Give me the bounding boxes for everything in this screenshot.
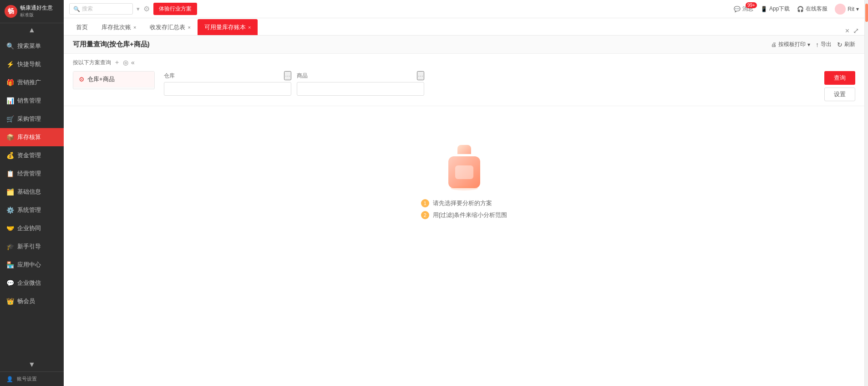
scrollbar-thumb[interactable]: [865, 4, 868, 22]
filter-scheme-panel: ⚙ 仓库+商品: [73, 71, 155, 89]
user-icon: 👤: [6, 376, 13, 382]
sidebar-item-label: 企业协同: [17, 224, 41, 232]
sidebar-item-label: 企业微信: [17, 279, 41, 287]
header-gear-icon[interactable]: ⚙: [143, 5, 150, 13]
sidebar-item-marketing[interactable]: 🎁 营销推广: [0, 73, 64, 92]
empty-tip-2: 2 用[过滤]条件来缩小分析范围: [421, 211, 507, 219]
avatar: [835, 4, 846, 15]
sidebar-item-label: 销售管理: [17, 97, 41, 105]
header-actions: 💬 消息 99+ 📱 App下载 🎧 在线客服 Rit ▾: [734, 4, 859, 15]
robot-top: [457, 145, 471, 154]
sidebar-item-basic[interactable]: 🗂️ 基础信息: [0, 183, 64, 201]
brand-header: 畅 畅康通好生意 标准版: [0, 0, 64, 23]
sidebar-item-label: 营销推广: [17, 78, 41, 87]
print-btn[interactable]: 🖨 按模板打印 ▾: [771, 41, 810, 48]
scheme-label: 仓库+商品: [87, 75, 115, 83]
warehouse-more-btn[interactable]: ···: [284, 71, 291, 80]
refresh-btn[interactable]: ↻ 刷新: [837, 41, 855, 48]
sidebar-item-shortcut[interactable]: ⚡ 快捷导航: [0, 55, 64, 73]
message-btn[interactable]: 💬 消息 99+: [734, 5, 753, 13]
filter-field-header: 商品 ···: [297, 71, 424, 80]
brand-icon: 畅: [5, 5, 17, 18]
filter-settings-btn[interactable]: ◎: [123, 59, 128, 66]
filter-fields-area: 仓库 ··· 商品 ···: [155, 71, 815, 96]
print-chevron-icon: ▾: [807, 41, 810, 48]
sidebar-user-bottom[interactable]: 👤 账号设置: [0, 371, 64, 386]
sidebar-item-appstore[interactable]: 🏪 应用中心: [0, 256, 64, 274]
goods-input[interactable]: [297, 82, 424, 96]
filter-add-btn[interactable]: ＋: [114, 58, 120, 67]
user-menu-btn[interactable]: Rit ▾: [835, 4, 859, 15]
message-badge: 99+: [746, 2, 757, 8]
tab-batch[interactable]: 库存批次账 ×: [95, 19, 143, 35]
store-icon: 🏪: [6, 261, 14, 268]
sidebar-item-label: 系统管理: [17, 206, 41, 214]
empty-tip-1: 1 请先选择要分析的方案: [421, 199, 507, 207]
phone-icon: 📱: [761, 6, 767, 12]
tab-close-icon[interactable]: ×: [133, 25, 136, 30]
robot-body: [448, 156, 480, 188]
brand-badge: 标准版: [20, 12, 53, 18]
sidebar-item-wechat[interactable]: 💬 企业微信: [0, 274, 64, 292]
filter-collapse-btn[interactable]: «: [131, 59, 135, 66]
tab-expand-btn[interactable]: ⤢: [853, 26, 859, 35]
tip-text-1: 请先选择要分析的方案: [433, 199, 492, 207]
goods-label: 商品: [297, 72, 308, 80]
refresh-icon: ↻: [837, 41, 843, 48]
refresh-label: 刷新: [844, 41, 855, 48]
header-chevron-icon[interactable]: ▾: [137, 5, 140, 12]
tab-summary[interactable]: 收发存汇总表 ×: [143, 19, 197, 35]
app-label: App下载: [769, 5, 790, 13]
sidebar-item-search[interactable]: 🔍 搜索菜单: [0, 37, 64, 55]
sidebar-item-newbie[interactable]: 🎓 新手引导: [0, 237, 64, 256]
sidebar-item-label: 基础信息: [17, 188, 41, 196]
setting-btn[interactable]: 设置: [824, 87, 855, 101]
sidebar-item-finance[interactable]: 💰 资金管理: [0, 146, 64, 165]
export-btn[interactable]: ↑ 导出: [816, 41, 832, 48]
filter-header-label: 按以下方案查询: [73, 59, 111, 67]
export-label: 导出: [821, 41, 832, 48]
empty-state: 1 请先选择要分析的方案 2 用[过滤]条件来缩小分析范围: [64, 106, 864, 256]
query-btn[interactable]: 查询: [824, 71, 855, 85]
sidebar-item-inventory[interactable]: 📦 库存核算: [0, 128, 64, 146]
search-icon: 🔍: [6, 42, 14, 50]
header-search-box[interactable]: 🔍 搜索: [69, 3, 133, 15]
sidebar-scroll-down[interactable]: ▼: [0, 358, 64, 371]
sidebar-item-label: 资金管理: [17, 151, 41, 160]
sidebar-item-sales[interactable]: 📊 销售管理: [0, 92, 64, 110]
filter-body: ⚙ 仓库+商品 仓库 ··· 商品: [73, 71, 855, 101]
industry-btn[interactable]: 体验行业方案: [153, 3, 197, 15]
sidebar-item-vip[interactable]: 👑 畅会员: [0, 292, 64, 310]
warehouse-input[interactable]: [164, 82, 291, 96]
message-icon: 💬: [734, 6, 741, 12]
sidebar-item-label: 应用中心: [17, 261, 41, 269]
main-area: 🔍 搜索 ▾ ⚙ 体验行业方案 💬 消息 99+ 📱 App下载 🎧 在线客服: [64, 0, 864, 386]
tab-window-btns: × ⤢: [845, 26, 859, 35]
filter-field-goods: 商品 ···: [297, 71, 424, 96]
tab-available[interactable]: 可用量库存账本 ×: [198, 19, 258, 35]
export-icon: ↑: [816, 41, 819, 48]
right-scrollbar[interactable]: [864, 0, 868, 386]
filter-header: 按以下方案查询 ＋ ◎ «: [73, 58, 855, 67]
gear-icon: ⚙️: [6, 206, 14, 214]
sidebar-item-label: 快捷导航: [17, 60, 41, 68]
tab-home[interactable]: 首页: [69, 19, 95, 35]
sidebar-item-system[interactable]: ⚙️ 系统管理: [0, 201, 64, 219]
sidebar-item-operations[interactable]: 📋 经营管理: [0, 165, 64, 183]
warehouse-label: 仓库: [164, 72, 175, 80]
sidebar-scroll-up[interactable]: ▲: [0, 23, 64, 37]
filter-scheme-item[interactable]: ⚙ 仓库+商品: [73, 72, 154, 87]
sidebar-item-purchase[interactable]: 🛒 采购管理: [0, 110, 64, 128]
sidebar-item-label: 新手引导: [17, 242, 41, 251]
goods-more-btn[interactable]: ···: [417, 71, 424, 80]
tip-text-2: 用[过滤]条件来缩小分析范围: [433, 211, 507, 219]
app-download-btn[interactable]: 📱 App下载: [761, 5, 790, 13]
print-icon: 🖨: [771, 41, 777, 48]
tip-num-2: 2: [421, 211, 429, 219]
sidebar-item-enterprise[interactable]: 🤝 企业协同: [0, 219, 64, 237]
user-chevron-icon: ▾: [856, 6, 859, 12]
tab-close-window-btn[interactable]: ×: [845, 27, 849, 35]
tab-close-icon[interactable]: ×: [248, 25, 251, 30]
tab-close-icon[interactable]: ×: [188, 25, 190, 30]
service-btn[interactable]: 🎧 在线客服: [797, 5, 827, 13]
